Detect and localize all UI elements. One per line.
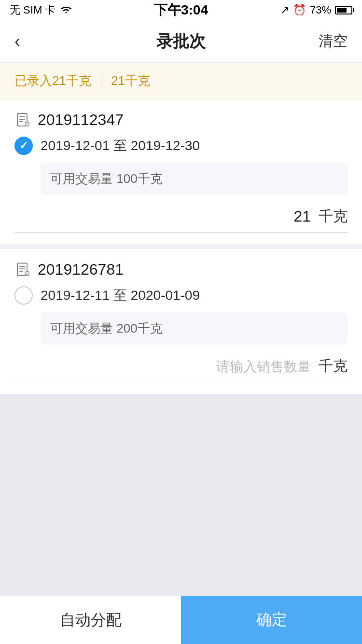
batch-id-2: 2019126781 <box>38 261 124 279</box>
recorded-value: 21千克 <box>111 72 150 89</box>
unit-label-2: 千克 <box>319 356 348 376</box>
svg-rect-1 <box>19 116 25 117</box>
recorded-label: 已录入21千克 <box>14 72 91 89</box>
quantity-input-2[interactable] <box>214 357 311 375</box>
unit-label-1: 千克 <box>319 207 348 226</box>
available-qty-1: 可用交易量 100千克 <box>41 163 348 195</box>
batch-date-1: 2019-12-01 至 2019-12-30 <box>41 137 200 155</box>
quantity-input-1[interactable] <box>214 208 311 225</box>
wifi-icon <box>59 5 73 15</box>
carrier-text: 无 SIM 卡 <box>10 3 56 17</box>
batch-header-1: ≡ 2019112347 <box>14 111 348 129</box>
back-button[interactable]: ‹ <box>14 31 43 52</box>
info-banner: 已录入21千克 21千克 <box>0 63 362 99</box>
status-right: ↗ ⏰ 73% <box>280 4 352 16</box>
batch-date-row-2[interactable]: 2019-12-11 至 2020-01-09 <box>14 286 348 305</box>
bottom-bar: 自动分配 确定 <box>0 596 362 644</box>
batch-input-row-1: 千克 <box>14 203 348 233</box>
battery-icon <box>335 6 352 14</box>
radio-button-1[interactable]: ✓ <box>14 137 33 155</box>
checkmark-1: ✓ <box>19 140 28 152</box>
empty-area <box>0 394 362 596</box>
svg-text:≡: ≡ <box>26 123 28 126</box>
svg-text:≡: ≡ <box>26 272 28 276</box>
page-title: 录批次 <box>156 30 206 53</box>
svg-rect-7 <box>19 266 25 267</box>
nav-bar: ‹ 录批次 清空 <box>0 20 362 63</box>
batch-header-2: ≡ 2019126781 <box>14 261 348 279</box>
svg-rect-3 <box>19 121 23 122</box>
status-left: 无 SIM 卡 <box>10 3 73 17</box>
available-qty-2: 可用交易量 200千克 <box>41 312 348 345</box>
svg-rect-8 <box>19 268 25 269</box>
svg-rect-9 <box>19 271 23 272</box>
batch-date-row-1[interactable]: ✓ 2019-12-01 至 2019-12-30 <box>14 137 348 155</box>
batch-doc-icon-1: ≡ <box>14 112 32 129</box>
alarm-icon: ⏰ <box>293 4 306 16</box>
status-bar: 无 SIM 卡 下午3:04 ↗ ⏰ 73% <box>0 0 362 20</box>
location-icon: ↗ <box>280 4 289 16</box>
batch-item-1: ≡ 2019112347 ✓ 2019-12-01 至 2019-12-30 可… <box>0 99 362 244</box>
svg-rect-2 <box>19 119 25 120</box>
batch-date-2: 2019-12-11 至 2020-01-09 <box>41 286 200 305</box>
batch-item-2: ≡ 2019126781 2019-12-11 至 2020-01-09 可用交… <box>0 244 362 394</box>
clear-button[interactable]: 清空 <box>319 31 348 51</box>
status-time: 下午3:04 <box>154 1 208 19</box>
confirm-button[interactable]: 确定 <box>181 596 362 644</box>
battery-percent: 73% <box>310 4 331 16</box>
batch-doc-icon-2: ≡ <box>14 261 32 279</box>
batch-id-1: 2019112347 <box>38 111 124 129</box>
auto-assign-button[interactable]: 自动分配 <box>0 596 181 644</box>
radio-button-2[interactable] <box>14 286 33 305</box>
info-divider <box>101 74 101 88</box>
batch-input-row-2: 千克 <box>14 352 348 382</box>
